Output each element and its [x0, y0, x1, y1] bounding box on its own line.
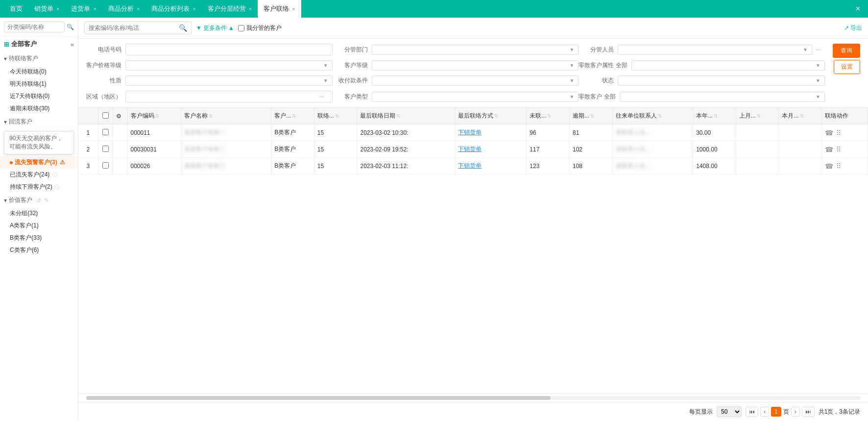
col-header-this-year[interactable]: 本年...⇅ [693, 108, 736, 124]
sidebar-item-already-lost[interactable]: 已流失客户(24) ⓘ [0, 169, 78, 181]
scrollbar-thumb[interactable] [86, 396, 551, 400]
col-header-settings[interactable]: ⚙ [113, 108, 127, 124]
more-filters-button[interactable]: ▼ 更多条件 ▲ [196, 24, 234, 32]
more-action-icon-2[interactable]: ⠿ [836, 146, 841, 153]
tab-purchase[interactable]: 进货单 × [65, 0, 102, 18]
close-customer-contact-tab[interactable]: × [292, 6, 295, 12]
tab-sales[interactable]: 销货单 × [28, 0, 65, 18]
horizontal-scrollbar[interactable] [78, 394, 868, 402]
last-page-button[interactable]: ⏭ [802, 407, 815, 417]
sidebar-all-customers[interactable]: ⊞ 全部客户 « [0, 37, 78, 51]
sidebar-item-class-c[interactable]: C类客户(6) [0, 244, 78, 256]
cell-unit-contact-1: 某联系人信... [612, 124, 693, 141]
sidebar-group-pending[interactable]: ▾ 待联络客户 [0, 51, 78, 66]
filter-customer-type-select[interactable]: ▼ [372, 92, 579, 102]
chevron-down-icon-ctype: ▼ [569, 94, 574, 99]
row-checkbox-2[interactable] [102, 146, 109, 152]
col-header-code[interactable]: 客户编码⇅ [127, 108, 181, 124]
sidebar-item-class-a[interactable]: A类客户(1) [0, 220, 78, 232]
sidebar-item-unclassified[interactable]: 未分组(32) [0, 207, 78, 220]
select-all-checkbox[interactable] [102, 112, 109, 119]
sidebar-item-declining[interactable]: 持续下滑客户(2) ⓘ [0, 181, 78, 193]
col-header-no-contact[interactable]: 未联...⇅ [527, 108, 570, 124]
tab-analysis[interactable]: 商品分析 × [102, 0, 145, 18]
tab-customer-tier[interactable]: 客户分层经营 × [202, 0, 258, 18]
more-action-icon-3[interactable]: ⠿ [836, 162, 841, 170]
sidebar-item-today[interactable]: 今天待联络(0) [0, 66, 78, 78]
col-header-name[interactable]: 客户名称⇅ [181, 108, 271, 124]
call-icon-3[interactable]: ☎ [825, 162, 833, 170]
filter-price-tier-select[interactable]: ▼ [125, 60, 333, 71]
more-action-icon-1[interactable]: ⠿ [836, 129, 841, 137]
sidebar-item-overdue[interactable]: 逾期未联络(30) [0, 102, 78, 115]
query-button[interactable]: 查询 [833, 44, 860, 58]
edit-icon[interactable]: ✎ [44, 197, 49, 204]
last-contact-link-2[interactable]: 下销货单 [458, 146, 482, 152]
close-customer-tier-tab[interactable]: × [249, 6, 252, 12]
cell-last-type-1[interactable]: 下销货单 [455, 124, 527, 141]
sidebar-item-predicted-lost[interactable]: 流失预警客户(3) ⚠ [0, 156, 78, 169]
filter-region-select[interactable]: ··· [125, 91, 333, 102]
tab-analysis-list[interactable]: 商品分析列表 × [145, 0, 201, 18]
filter-customer-tier-select[interactable]: ▼ [372, 60, 579, 71]
cell-last-type-2[interactable]: 下销货单 [455, 141, 527, 158]
first-page-button[interactable]: ⏮ [746, 407, 758, 417]
window-close-button[interactable]: × [852, 4, 864, 13]
my-customer-checkbox[interactable] [238, 25, 244, 31]
col-header-this-month[interactable]: 本月...⇅ [779, 108, 822, 124]
filter-zero-attr-select[interactable]: ▼ [631, 60, 825, 71]
my-customer-checkbox-area[interactable]: 我分管的客户 [238, 24, 282, 32]
close-analysis-tab[interactable]: × [137, 6, 140, 12]
col-header-last-date[interactable]: 最后联络日期⇅ [357, 108, 455, 124]
current-page-button[interactable]: 1 [771, 407, 781, 417]
col-header-type[interactable]: 客户...⇅ [271, 108, 314, 124]
filter-payment-select[interactable]: ▼ [372, 75, 579, 86]
sidebar-item-class-b[interactable]: B类客户(33) [0, 232, 78, 244]
filter-zero-customer-select[interactable]: ▼ [620, 92, 825, 102]
cell-last-type-3[interactable]: 下销货单 [455, 158, 527, 174]
filter-more-btn-1[interactable]: ··· [812, 46, 825, 53]
filter-dept-select[interactable]: ▼ [372, 45, 579, 55]
sidebar-item-week[interactable]: 近7天待联络(0) [0, 90, 78, 102]
col-header-unit-contact[interactable]: 往来单位联系人⇅ [612, 108, 693, 124]
chevron-down-icon-tier: ▼ [569, 63, 574, 68]
col-header-last-month[interactable]: 上月...⇅ [736, 108, 779, 124]
search-icon[interactable]: 🔍 [179, 24, 187, 32]
call-icon-1[interactable]: ☎ [825, 129, 833, 137]
filter-person-select[interactable]: ▼ [618, 45, 812, 55]
close-purchase-tab[interactable]: × [93, 6, 96, 12]
next-page-button[interactable]: › [791, 407, 800, 417]
last-contact-link-3[interactable]: 下销货单 [458, 162, 482, 169]
filter-status-select[interactable]: ▼ [618, 75, 825, 86]
export-button[interactable]: ↗ 导出 [844, 24, 862, 32]
filter-nature-select[interactable]: ▼ [125, 75, 333, 86]
last-contact-link-1[interactable]: 下销货单 [458, 129, 482, 136]
tab-customer-contact[interactable]: 客户联络 × [258, 0, 301, 18]
sidebar-search-input[interactable] [4, 22, 65, 32]
sidebar-group-lost[interactable]: ▾ 回流客户 [0, 115, 78, 129]
col-header-contact[interactable]: 联络...⇅ [314, 108, 357, 124]
sidebar-group-value[interactable]: ▾ 价值客户 ↺ ✎ [0, 193, 78, 207]
col-header-last-type[interactable]: 最后联络方式⇅ [455, 108, 527, 124]
close-sales-tab[interactable]: × [56, 6, 59, 12]
refresh-icon[interactable]: ↺ [36, 197, 41, 204]
per-page-select[interactable]: 50 100 200 [717, 406, 742, 417]
search-input[interactable] [89, 25, 177, 31]
table-row: 1 000011 某某客户名称一 B类客户 15 2023-03-02 10:3… [78, 124, 868, 141]
filter-phone-input[interactable] [125, 44, 333, 55]
tab-home[interactable]: 首页 [4, 0, 28, 18]
cell-no-1: 1 [78, 124, 98, 141]
close-analysis-list-tab[interactable]: × [193, 6, 195, 12]
prev-page-button[interactable]: ‹ [760, 407, 769, 417]
filter-nature: 性质 ▼ [86, 75, 333, 86]
call-icon-2[interactable]: ☎ [825, 146, 833, 153]
sidebar-search-icon[interactable]: 🔍 [67, 24, 74, 30]
collapse-icon[interactable]: « [71, 41, 74, 48]
row-checkbox-3[interactable] [102, 162, 109, 169]
sidebar-item-tomorrow[interactable]: 明天待联络(1) [0, 78, 78, 90]
row-checkbox-1[interactable] [102, 129, 109, 135]
settings-button[interactable]: 设置 [834, 60, 860, 74]
col-header-overdue[interactable]: 逾期...⇅ [570, 108, 613, 124]
scrollbar-track[interactable] [86, 396, 860, 400]
filter-more-btn-region[interactable]: ··· [315, 93, 328, 100]
